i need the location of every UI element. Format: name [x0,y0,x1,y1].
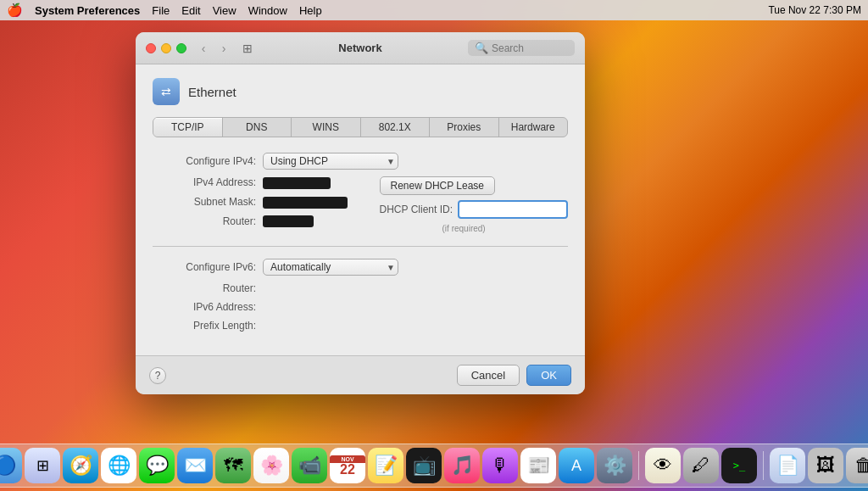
cancel-button[interactable]: Cancel [457,365,520,386]
tab-dns[interactable]: DNS [223,118,292,137]
dhcp-client-id-input[interactable] [458,200,568,219]
search-input[interactable] [492,42,568,54]
minimize-button[interactable] [161,43,171,53]
dock-item-sysprefs[interactable]: ⚙️ [597,448,632,483]
ethernet-icon: ⇄ [153,78,180,105]
router-ipv6-row: Router: [153,282,568,294]
dock-item-maps[interactable]: 🗺 [215,448,251,483]
dock-item-chrome[interactable]: 🌐 [101,448,136,483]
dock-item-messages[interactable]: 💬 [139,448,175,483]
dock-item-music[interactable]: 🎵 [444,448,480,483]
tab-wins[interactable]: WINS [292,118,361,137]
footer-buttons: Cancel OK [457,365,571,386]
dock-item-safari[interactable]: 🧭 [63,448,98,483]
configure-ipv6-row: Configure IPv6: Automatically Manually O… [153,259,568,276]
dock-item-trash[interactable]: 🗑 [846,448,868,483]
traffic-lights [146,43,186,53]
window-titlebar: ‹ › ⊞ Network 🔍 [136,32,585,64]
router-row: Router: [153,215,380,228]
dock-item-preview[interactable]: 👁 [645,448,681,483]
menubar-window[interactable]: Window [248,4,287,17]
menubar-edit[interactable]: Edit [181,4,200,17]
calendar-day: 22 [340,463,355,477]
window-content: ⇄ Ethernet TCP/IP DNS WINS 802.1X Proxie… [136,64,585,355]
dock-item-terminal[interactable]: >_ [721,448,757,483]
ethernet-label: Ethernet [188,85,236,99]
router-value [263,215,314,228]
search-icon: 🔍 [475,42,488,54]
configure-ipv6-select-wrapper: Automatically Manually Off ▼ [263,259,398,276]
tab-bar: TCP/IP DNS WINS 802.1X Proxies Hardware [153,117,568,137]
router-redacted [263,215,314,227]
router-label: Router: [153,215,263,227]
dock-item-appletv[interactable]: 📺 [406,448,442,483]
dock-item-scripteditor[interactable]: 🖊 [683,448,719,483]
apple-menu[interactable]: 🍎 [7,3,23,18]
prefix-length-row: Prefix Length: [153,320,568,332]
forward-button[interactable]: › [215,40,232,57]
dock-item-news[interactable]: 📰 [520,448,556,483]
menubar-right: Tue Nov 22 7:30 PM [768,4,861,16]
tab-tcpip[interactable]: TCP/IP [153,118,223,137]
help-button[interactable]: ? [149,367,166,384]
menubar: 🍎 System Preferences File Edit View Wind… [0,0,868,20]
menubar-help[interactable]: Help [299,4,322,17]
configure-ipv4-label: Configure IPv4: [153,155,263,167]
ipv4-address-value [263,176,331,189]
dock-item-photos2[interactable]: 🖼 [808,448,843,483]
configure-ipv4-select-wrapper: Using DHCP Manually Using BOOTP Off ▼ [263,153,398,170]
desktop: 🍎 System Preferences File Edit View Wind… [0,0,868,491]
configure-ipv4-select[interactable]: Using DHCP Manually Using BOOTP Off [263,153,398,170]
dock-item-facetime[interactable]: 📹 [292,448,327,483]
tab-hardware[interactable]: Hardware [499,118,568,137]
ipv6-address-label: IPv6 Address: [153,301,263,313]
dock-item-appstore[interactable]: A [559,448,594,483]
configure-ipv6-select[interactable]: Automatically Manually Off [263,259,398,276]
dock-item-launchpad[interactable]: ⊞ [25,448,60,483]
dock-separator-2 [763,451,764,480]
tab-8021x[interactable]: 802.1X [361,118,431,137]
dock-item-photos[interactable]: 🌸 [253,448,289,483]
dock: 🔵 ⊞ 🧭 🌐 💬 ✉️ 🗺 🌸 📹 NOV 22 📝 📺 🎵 🎙 📰 A ⚙️… [0,444,868,488]
dock-item-podcasts[interactable]: 🎙 [482,448,518,483]
dock-item-calendar[interactable]: NOV 22 [330,448,365,483]
dhcp-client-id-row: DHCP Client ID: [380,200,568,219]
dhcp-client-id-label: DHCP Client ID: [380,204,453,215]
menubar-left: 🍎 System Preferences File Edit View Wind… [7,3,322,18]
network-window: ‹ › ⊞ Network 🔍 ⇄ Ethernet TCP/IP DNS WI… [136,32,585,394]
back-button[interactable]: ‹ [195,40,212,57]
dhcp-hint: (if required) [442,224,568,233]
configure-ipv6-label: Configure IPv6: [153,261,263,273]
router-ipv6-label: Router: [153,282,263,294]
window-nav: ‹ › ⊞ [195,40,256,57]
menubar-file[interactable]: File [152,4,170,17]
col-left: IPv4 Address: Subnet Mask: [153,176,380,234]
subnet-mask-label: Subnet Mask: [153,196,263,208]
menubar-view[interactable]: View [213,4,236,17]
window-title: Network [338,42,381,54]
dock-item-notes[interactable]: 📝 [368,448,403,483]
subnet-mask-value [263,196,348,209]
subnet-mask-row: Subnet Mask: [153,196,380,209]
window-search[interactable]: 🔍 [468,40,575,56]
divider [153,246,568,247]
dock-item-finder[interactable]: 🔵 [0,448,22,483]
ok-button[interactable]: OK [526,365,571,386]
maximize-button[interactable] [176,43,186,53]
prefix-length-label: Prefix Length: [153,320,263,332]
subnet-redacted [263,197,348,209]
ipv4-address-label: IPv4 Address: [153,176,263,188]
tab-proxies[interactable]: Proxies [430,118,499,137]
ipv4-address-row: IPv4 Address: [153,176,380,189]
dock-item-files[interactable]: 📄 [770,448,805,483]
ipv4-redacted [263,177,331,189]
col-right: Renew DHCP Lease DHCP Client ID: (if req… [380,176,568,234]
ipv6-address-row: IPv6 Address: [153,301,568,313]
menubar-app-name[interactable]: System Preferences [35,4,140,17]
grid-button[interactable]: ⊞ [239,40,256,57]
close-button[interactable] [146,43,156,53]
renew-dhcp-button[interactable]: Renew DHCP Lease [380,176,496,195]
dock-separator [638,451,639,480]
dock-item-mail[interactable]: ✉️ [177,448,213,483]
window-footer: ? Cancel OK [136,355,585,394]
